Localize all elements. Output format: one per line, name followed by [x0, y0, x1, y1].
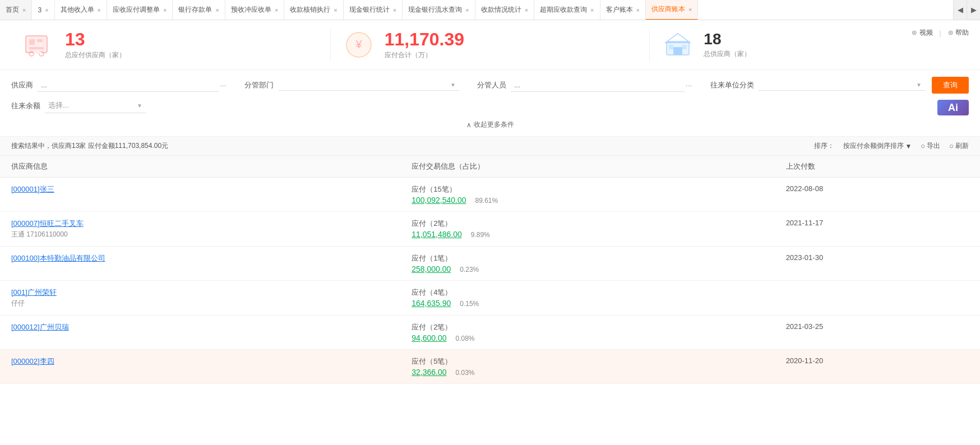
data-table: 供应商信息 应付交易信息（占比） 上次付数 [000001]张三: [0, 156, 980, 384]
person-filter-dots[interactable]: ···: [686, 81, 692, 90]
result-actions: 排序： 按应付余额倒序排序 ▼ ○ 导出 ○ 刷新: [814, 141, 969, 151]
supplier-link[interactable]: [000002]李四: [11, 357, 54, 365]
supplier-link[interactable]: [000001]张三: [11, 185, 54, 193]
last-payment-cell: 2020-11-20: [775, 350, 980, 384]
svg-rect-11: [673, 47, 682, 55]
result-summary: 搜索结果中，供应商13家 应付金额111,703,854.00元: [11, 141, 168, 151]
nav-tab-cash-bank-flow[interactable]: 现金银行流水查询 ×: [403, 0, 475, 20]
tx-amount[interactable]: 11,051,486.00: [412, 230, 462, 239]
nav-tab-other-income[interactable]: 其他收入单 ×: [55, 0, 107, 20]
export-btn[interactable]: ○ 导出: [921, 141, 940, 151]
nav-tab-ar-ap-close[interactable]: ×: [163, 7, 167, 13]
nav-tab-bank-deposit[interactable]: 银行存款单 ×: [173, 0, 225, 20]
help-btn[interactable]: ⊙ 帮助: [948, 28, 969, 38]
supplier-link[interactable]: [000012]广州贝瑞: [11, 323, 69, 331]
nav-tab-other-income-close[interactable]: ×: [98, 7, 101, 13]
tx-amount[interactable]: 94,600.00: [412, 333, 446, 342]
nav-tab-customer-account-close[interactable]: ×: [636, 7, 640, 13]
person-filter-input[interactable]: [511, 78, 685, 92]
refresh-label: 刷新: [955, 141, 969, 151]
tx-label: 应付（1笔）: [412, 253, 763, 263]
last-payment-date: 2023-01-30: [786, 253, 824, 262]
nav-tab-home-label: 首页: [6, 5, 19, 15]
nav-tab-supplier-account[interactable]: 供应商账本 ×: [646, 0, 698, 20]
nav-tab-cash-bank-stat[interactable]: 现金银行统计 ×: [344, 0, 403, 20]
supplier-filter-dots[interactable]: ···: [220, 81, 226, 90]
result-bar: 搜索结果中，供应商13家 应付金额111,703,854.00元 排序： 按应付…: [0, 137, 980, 156]
dept-filter-select[interactable]: ▼: [278, 80, 460, 91]
tx-amount[interactable]: 100,092,540.00: [412, 196, 466, 205]
nav-tab-advance-collect-close[interactable]: ×: [275, 7, 278, 13]
nav-arrow-right[interactable]: ▶: [967, 0, 980, 20]
svg-rect-12: [669, 45, 673, 49]
supplier-icon: [22, 28, 56, 62]
table-header-row: 供应商信息 应付交易信息（占比） 上次付数: [0, 156, 980, 178]
ai-badge[interactable]: Ai: [937, 100, 969, 115]
balance-chevron-icon: ▼: [137, 103, 142, 109]
nav-tab-ar-ap-adjust[interactable]: 应收应付调整单 ×: [107, 0, 173, 20]
search-button[interactable]: 查询: [932, 77, 969, 94]
stat-info-total-suppliers: 18 总供应商（家）: [704, 31, 751, 59]
balance-filter-select[interactable]: 选择... ▼: [45, 98, 146, 113]
nav-tab-ar-ap-label: 应收应付调整单: [113, 5, 160, 15]
dept-chevron-icon: ▼: [450, 82, 456, 88]
last-payment-cell: 2023-01-30: [775, 247, 980, 281]
supplier-link[interactable]: [000100]本特勤油品有限公司: [11, 254, 105, 262]
balance-placeholder: 选择...: [48, 100, 69, 110]
nav-tab-overdue-ar-label: 超期应收款查询: [540, 5, 587, 15]
nav-tab-home-close[interactable]: ×: [22, 7, 26, 13]
nav-tab-bank-deposit-close[interactable]: ×: [215, 7, 219, 13]
stat-info-amount: 11,170.39 应付合计（万）: [385, 30, 464, 60]
supplier-link[interactable]: [000007]恒旺二手叉车: [11, 219, 84, 228]
supplier-cell: [000100]本特勤油品有限公司: [0, 247, 400, 281]
video-help-btn[interactable]: ⊙ 视频: [912, 28, 932, 38]
transaction-cell: 应付（2笔） 11,051,486.00 9.89%: [400, 212, 774, 247]
nav-tab-cash-bank-stat-close[interactable]: ×: [393, 7, 396, 13]
nav-tab-3-close[interactable]: ×: [45, 7, 48, 13]
collapse-btn-label: 收起更多条件: [474, 120, 514, 129]
supplier-cell: [000002]李四: [0, 350, 400, 384]
nav-tab-collection-stat[interactable]: 收款情况统计 ×: [475, 0, 534, 20]
category-filter-select[interactable]: ▼: [759, 80, 926, 91]
stat-block-amount: ¥ 11,170.39 应付合计（万）: [330, 28, 650, 62]
filter-category: 往来单位分类 ▼: [710, 80, 926, 91]
nav-tab-advance-collect[interactable]: 预收冲应收单 ×: [225, 0, 284, 20]
stat-info-suppliers: 13 总应付供应商（家）: [65, 30, 126, 60]
tx-label: 应付（5笔）: [412, 356, 763, 367]
nav-arrow-left[interactable]: ◀: [953, 0, 967, 20]
person-filter-label: 分管人员: [477, 80, 506, 90]
nav-tab-collection-exec[interactable]: 收款核销执行 ×: [284, 0, 343, 20]
nav-tab-3-label: 3: [38, 6, 41, 14]
nav-tab-collection-stat-close[interactable]: ×: [525, 7, 528, 13]
nav-tab-home[interactable]: 首页 ×: [0, 0, 32, 20]
nav-tab-overdue-ar-close[interactable]: ×: [590, 7, 594, 13]
table-container: 供应商信息 应付交易信息（占比） 上次付数 [000001]张三: [0, 156, 980, 384]
top-navigation: 首页 × 3 × 其他收入单 × 应收应付调整单 × 银行存款单 × 预收冲应收…: [0, 0, 980, 20]
nav-tab-supplier-account-close[interactable]: ×: [688, 6, 692, 13]
nav-tab-3[interactable]: 3 ×: [32, 0, 54, 20]
svg-rect-0: [26, 36, 47, 53]
nav-tab-supplier-account-label: 供应商账本: [651, 4, 685, 14]
nav-tab-overdue-ar[interactable]: 超期应收款查询 ×: [534, 0, 600, 20]
supplier-link[interactable]: [001]广州荣轩: [11, 288, 57, 296]
nav-tab-collection-exec-close[interactable]: ×: [334, 7, 337, 13]
last-payment-date: 2021-03-25: [786, 322, 824, 331]
collapse-filter-btn[interactable]: ∧ 收起更多条件: [460, 118, 521, 132]
nav-tab-cash-bank-flow-close[interactable]: ×: [465, 7, 469, 13]
svg-rect-2: [37, 39, 43, 42]
refresh-btn[interactable]: ○ 刷新: [949, 141, 969, 151]
tx-amount[interactable]: 164,635.90: [412, 299, 451, 308]
nav-tab-customer-account[interactable]: 客户账本 ×: [600, 0, 646, 20]
tx-amount[interactable]: 258,000.00: [412, 265, 451, 274]
supplier-cell: [000007]恒旺二手叉车 王通 17106110000: [0, 212, 400, 247]
sort-select[interactable]: 按应付余额倒序排序 ▼: [843, 141, 912, 151]
nav-tab-advance-collect-label: 预收冲应收单: [231, 5, 271, 15]
last-payment-date: 2021-11-17: [786, 219, 824, 227]
transaction-cell: 应付（1笔） 258,000.00 0.23%: [400, 247, 774, 281]
sort-value: 按应付余额倒序排序: [843, 141, 904, 151]
supplier-filter-input[interactable]: [38, 78, 219, 92]
main-content: 13 总应付供应商（家） ¥ 11,170.39 应付合计（万）: [0, 20, 980, 445]
category-filter-label: 往来单位分类: [710, 80, 754, 90]
col-supplier: 供应商信息: [0, 156, 400, 178]
tx-amount[interactable]: 32,366.00: [412, 368, 446, 377]
